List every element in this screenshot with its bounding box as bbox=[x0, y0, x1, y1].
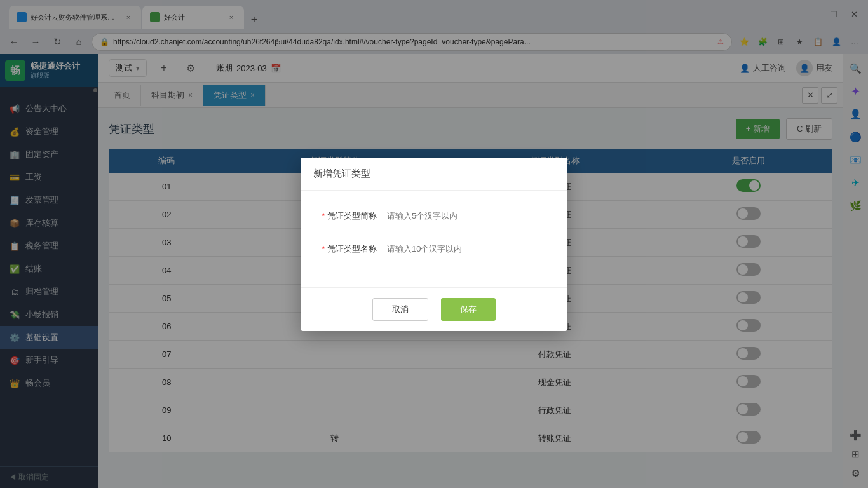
modal-overlay: 新增凭证类型 凭证类型简称 凭证类型名称 取消 保存 bbox=[0, 0, 868, 488]
name-label: 凭证类型名称 bbox=[313, 243, 383, 255]
name-input[interactable] bbox=[383, 239, 555, 259]
cancel-button[interactable]: 取消 bbox=[372, 298, 428, 321]
modal-header: 新增凭证类型 bbox=[301, 158, 567, 191]
save-button[interactable]: 保存 bbox=[441, 298, 496, 321]
modal-title: 新增凭证类型 bbox=[313, 168, 370, 179]
form-row-name: 凭证类型名称 bbox=[313, 239, 555, 259]
modal-footer: 取消 保存 bbox=[301, 287, 567, 331]
abbr-input[interactable] bbox=[383, 206, 555, 226]
abbr-label: 凭证类型简称 bbox=[313, 210, 383, 222]
modal-body: 凭证类型简称 凭证类型名称 bbox=[301, 191, 567, 287]
form-row-abbr: 凭证类型简称 bbox=[313, 206, 555, 226]
add-voucher-type-modal: 新增凭证类型 凭证类型简称 凭证类型名称 取消 保存 bbox=[301, 158, 567, 331]
